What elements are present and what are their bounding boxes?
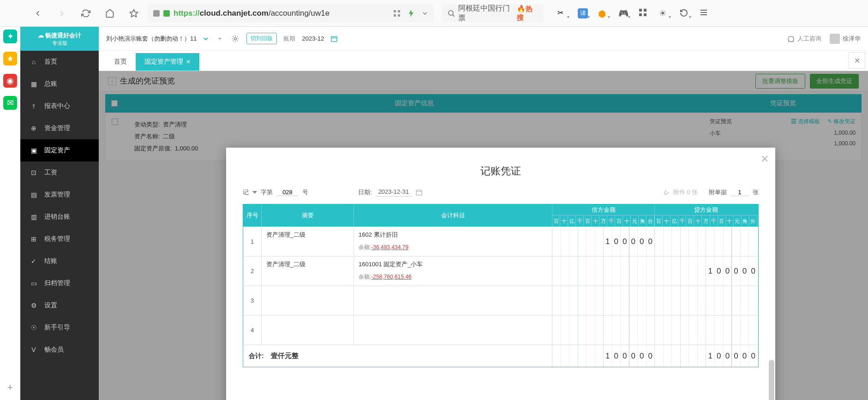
- account-name[interactable]: 刘小艳演示账套（勿删勿动！）11: [106, 35, 197, 43]
- period-label: 账期: [283, 35, 295, 43]
- wallet-icon[interactable]: ⬢▾: [598, 8, 608, 18]
- game-icon[interactable]: 🎮▾: [618, 8, 629, 18]
- sidebar-item-13[interactable]: V畅会员: [20, 339, 99, 361]
- sidebar-item-label: 资金管理: [44, 124, 70, 132]
- sidebar-item-9[interactable]: ✓结账: [20, 250, 99, 272]
- summary-cell[interactable]: 资产清理_二级: [262, 257, 354, 286]
- add-account-button[interactable]: +: [215, 34, 224, 43]
- subject-cell[interactable]: [354, 286, 552, 315]
- calendar-icon[interactable]: [415, 189, 423, 196]
- sidebar-item-1[interactable]: ▦总账: [20, 73, 99, 95]
- star-icon[interactable]: [128, 8, 139, 19]
- sidebar-icon: ⊕: [30, 124, 38, 132]
- chevron-down-icon[interactable]: [422, 10, 428, 17]
- sheets-input[interactable]: [730, 189, 749, 196]
- chevron-down-icon[interactable]: [252, 190, 257, 195]
- switch-old-button[interactable]: 切到旧版: [246, 33, 277, 44]
- bolt-icon[interactable]: [408, 10, 414, 17]
- os-app-2[interactable]: ★: [3, 52, 17, 66]
- close-all-button[interactable]: ✕: [849, 52, 865, 69]
- debit-cells[interactable]: [552, 257, 655, 286]
- voucher-row[interactable]: 4: [243, 315, 758, 345]
- sidebar-item-label: 报表中心: [44, 102, 70, 110]
- sidebar-item-11[interactable]: ⚙设置: [20, 294, 99, 316]
- forward-icon[interactable]: [56, 8, 67, 19]
- sidebar-item-6[interactable]: ▤发票管理: [20, 184, 99, 206]
- debit-cells[interactable]: [552, 316, 655, 345]
- app-logo: ☁ 畅捷通好会计 专业版: [20, 27, 99, 51]
- credit-cells[interactable]: [655, 316, 757, 345]
- sidebar-item-12[interactable]: ☉新手引导: [20, 316, 99, 339]
- credit-cells[interactable]: 100000: [655, 257, 757, 286]
- tabs-row: 首页 固定资产管理✕ ✕: [99, 51, 868, 71]
- chevron-down-icon[interactable]: [203, 36, 209, 42]
- voucher-row[interactable]: 1资产清理_二级1602 累计折旧余额:-36,493,434.79100000: [243, 227, 758, 256]
- summary-cell[interactable]: [262, 286, 354, 315]
- scissors-icon[interactable]: ✂▾: [557, 8, 568, 18]
- grid-icon[interactable]: [639, 8, 649, 18]
- os-sidebar: ✦ ★ ◉ ✉ +: [0, 27, 20, 400]
- svg-rect-9: [639, 9, 642, 12]
- back-icon[interactable]: [32, 8, 43, 19]
- menu-icon[interactable]: [700, 8, 710, 18]
- sidebar-icon: ⊞: [30, 235, 38, 243]
- voucher-date[interactable]: 2023-12-31: [376, 188, 412, 197]
- tab-fixed-assets[interactable]: 固定资产管理✕: [136, 53, 199, 71]
- account-strip: 刘小艳演示账套（勿删勿动！）11 + 切到旧版 账期 2023-12 人工咨询 …: [99, 27, 868, 51]
- subject-cell[interactable]: [354, 316, 552, 345]
- voucher-type[interactable]: 记: [243, 188, 249, 197]
- sidebar-icon: ▭: [30, 279, 38, 287]
- svg-marker-19: [252, 191, 257, 194]
- search-box[interactable]: 阿根廷中国行门票 🔥热搜: [442, 4, 544, 23]
- app-sidebar: ☁ 畅捷通好会计 专业版 ⌂首页▦总账⫯报表中心⊕资金管理▣固定资产⊡工资▤发票…: [20, 27, 99, 400]
- sidebar-item-8[interactable]: ⊞税务管理: [20, 228, 99, 250]
- os-app-4[interactable]: ✉: [3, 96, 17, 110]
- sidebar-item-label: 总账: [44, 80, 57, 88]
- sun-icon[interactable]: ☀▾: [659, 8, 669, 18]
- sidebar-item-7[interactable]: ▥进销台账: [20, 206, 99, 228]
- help-link[interactable]: 人工咨询: [787, 35, 821, 43]
- sidebar-item-label: 工资: [44, 168, 57, 177]
- voucher-number-input[interactable]: [276, 189, 299, 196]
- sidebar-item-4[interactable]: ▣固定资产: [20, 139, 99, 161]
- subject-cell[interactable]: 1601001 固定资产_小车余额:-258,760,615.46: [354, 257, 552, 286]
- period-value[interactable]: 2023-12: [302, 35, 324, 42]
- sidebar-item-label: 进销台账: [44, 213, 70, 221]
- sidebar-item-2[interactable]: ⫯报表中心: [20, 95, 99, 117]
- summary-cell[interactable]: [262, 316, 354, 345]
- debit-cells[interactable]: 100000: [552, 227, 655, 256]
- svg-rect-20: [416, 190, 422, 195]
- sidebar-icon: ▥: [30, 213, 38, 221]
- attachment-icon[interactable]: [663, 189, 670, 196]
- tab-home[interactable]: 首页: [105, 53, 136, 71]
- sidebar-item-3[interactable]: ⊕资金管理: [20, 117, 99, 139]
- subject-cell[interactable]: 1602 累计折旧余额:-36,493,434.79: [354, 227, 552, 256]
- home-icon[interactable]: [104, 8, 115, 19]
- summary-cell[interactable]: 资产清理_二级: [262, 227, 354, 256]
- avatar: [830, 34, 840, 44]
- translate-icon[interactable]: 译▾: [578, 8, 588, 18]
- calendar-icon[interactable]: [330, 35, 338, 42]
- sidebar-item-5[interactable]: ⊡工资: [20, 161, 99, 184]
- qr-icon[interactable]: [393, 10, 401, 17]
- close-icon[interactable]: ✕: [186, 59, 191, 65]
- user-menu[interactable]: 徐泽华: [830, 34, 861, 44]
- address-bar[interactable]: https://cloud.chanjet.com/accounting/uw1…: [148, 4, 434, 23]
- svg-rect-12: [644, 13, 647, 16]
- settings-button[interactable]: [231, 34, 240, 43]
- voucher-row[interactable]: 2资产清理_二级1601001 固定资产_小车余额:-258,760,615.4…: [243, 256, 758, 286]
- credit-cells[interactable]: [655, 227, 757, 256]
- close-icon[interactable]: ✕: [760, 153, 769, 165]
- voucher-row[interactable]: 3: [243, 286, 758, 315]
- os-app-1[interactable]: ✦: [3, 30, 17, 43]
- sidebar-item-0[interactable]: ⌂首页: [20, 51, 99, 73]
- history-icon[interactable]: ▾: [679, 8, 689, 18]
- os-add-icon[interactable]: +: [7, 382, 13, 394]
- reload-icon[interactable]: [80, 8, 91, 19]
- credit-cells[interactable]: [655, 286, 757, 315]
- scrollbar[interactable]: [769, 360, 774, 400]
- os-app-3[interactable]: ◉: [3, 74, 17, 88]
- debit-cells[interactable]: [552, 286, 655, 315]
- attachment-label[interactable]: 附件 0 张: [673, 188, 698, 197]
- sidebar-item-10[interactable]: ▭归档管理: [20, 272, 99, 294]
